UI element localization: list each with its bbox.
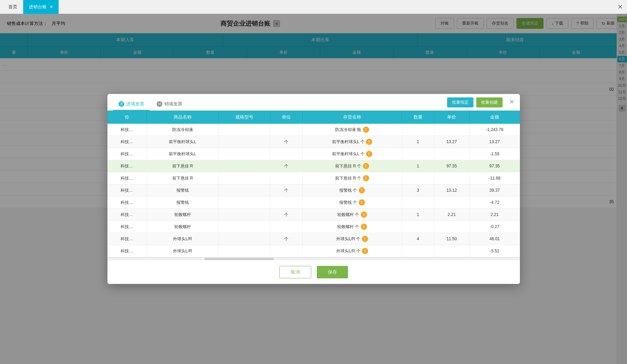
cell-amount: -11.68 <box>469 172 520 184</box>
modal-close-icon[interactable]: ✕ <box>509 98 514 106</box>
modal-scrollbar-thumb <box>204 258 274 260</box>
in-invoice-icon: 进 <box>119 101 124 107</box>
cell-unit <box>270 124 302 136</box>
batch-create-button[interactable]: 批量创建 <box>476 97 503 107</box>
cell-qty <box>402 148 434 160</box>
cell-amount: 46.01 <box>469 233 520 245</box>
cell-unit: 个 <box>270 184 302 197</box>
tab-ledger-close[interactable]: ✕ <box>50 5 53 9</box>
cell-qty <box>402 197 434 209</box>
table-row: 科技… 轮毂螺杆 轮毂螺杆 个! -0.27 <box>107 221 520 233</box>
cell-price: 2.21 <box>434 209 469 221</box>
tab-home[interactable]: 首页 <box>3 0 23 14</box>
cell-product: 轮毂螺杆 <box>147 221 218 233</box>
batch-assign-button[interactable]: 批量指定 <box>447 97 473 107</box>
cell-unit <box>270 197 302 209</box>
cell-supplier: 科技… <box>107 245 147 257</box>
table-row: 科技… 报警线 个 报警线 个! 3 13.12 39.37 <box>107 184 520 197</box>
col-header-unit: 单位 <box>270 111 302 124</box>
cell-price <box>434 221 469 233</box>
cell-spec <box>218 124 270 136</box>
warning-icon: ! <box>363 175 369 181</box>
main-content: 销售成本计算方法： 月平均 商贸企业进销台账 ≡ 对账 重新开账 存货别名 生成… <box>0 14 627 364</box>
modal-table: 你 商品名称 规格型号 单位 存货名称 数量 单价 金额 科技… 防冻冷却液 <box>107 111 520 257</box>
table-row: 科技… 前平衡杆球头L 个 前平衡杆球头L 个! 1 13.27 13.27 <box>107 136 520 148</box>
cell-qty: 1 <box>402 160 434 172</box>
save-button[interactable]: 保存 <box>317 266 348 278</box>
cell-stock: 外球头L/R 个! <box>302 233 402 245</box>
warning-icon: ! <box>363 163 369 169</box>
modal-batch-actions: 批量指定 批量创建 <box>447 97 503 107</box>
cell-price <box>434 124 469 136</box>
cell-stock: 前平衡杆球头L 个! <box>302 136 402 148</box>
modal-header: 进 进项发票 销 销项发票 批量指定 批量创建 ✕ <box>107 94 520 111</box>
modal-table-wrap[interactable]: 你 商品名称 规格型号 单位 存货名称 数量 单价 金额 科技… 防冻冷却液 <box>107 111 520 257</box>
cell-spec <box>218 184 270 197</box>
cancel-button[interactable]: 取消 <box>279 266 311 278</box>
cell-supplier: 科技… <box>107 197 147 209</box>
table-row: 科技… 前下悬挂 R 前下悬挂 R 个! -11.68 <box>107 172 520 184</box>
cell-price: 97.35 <box>434 160 469 172</box>
cell-unit: 个 <box>270 209 302 221</box>
modal-overlay: 进 进项发票 销 销项发票 批量指定 批量创建 ✕ <box>0 14 627 364</box>
cell-supplier: 科技… <box>107 172 147 184</box>
cell-product: 前下悬挂 R <box>147 160 218 172</box>
cell-qty <box>402 245 434 257</box>
modal-scrollbar[interactable] <box>107 257 520 260</box>
cell-supplier: 科技… <box>107 160 147 172</box>
cell-stock: 报警线 个! <box>302 197 402 209</box>
cell-amount: -1.59 <box>469 148 520 160</box>
modal-tab-out[interactable]: 销 销项发票 <box>151 98 188 111</box>
cell-stock: 前平衡杆球头L 个! <box>302 148 402 160</box>
cell-unit <box>270 148 302 160</box>
cell-spec <box>218 209 270 221</box>
cell-qty: 3 <box>402 184 434 197</box>
window-close-icon[interactable]: ✕ <box>618 3 623 11</box>
cell-supplier: 科技… <box>107 221 147 233</box>
cell-price <box>434 148 469 160</box>
warning-icon: ! <box>359 199 365 206</box>
cell-product: 防冻冷却液 <box>147 124 218 136</box>
cell-product: 前平衡杆球头L <box>147 136 218 148</box>
modal-tab-in[interactable]: 进 进项发票 <box>113 98 150 111</box>
cell-price: 11.50 <box>434 233 469 245</box>
cell-price: 13.27 <box>434 136 469 148</box>
table-row: 科技… 轮毂螺杆 个 轮毂螺杆 个! 1 2.21 2.21 <box>107 209 520 221</box>
col-header-price: 单价 <box>434 111 469 124</box>
tab-ledger[interactable]: 进销台账 ✕ <box>23 0 59 14</box>
cell-stock: 轮毂螺杆 个! <box>302 221 402 233</box>
cell-spec <box>218 221 270 233</box>
table-row: 科技… 前下悬挂 R 个 前下悬挂 R 个! 1 97.35 97.35 <box>107 160 520 172</box>
modal-footer: 取消 保存 <box>107 260 520 284</box>
table-row: 科技… 外球头L/R 个 外球头L/R 个! 4 11.50 46.01 <box>107 233 520 245</box>
table-row: 科技… 外球头L/R 外球头L/R 个! -5.52 <box>107 245 520 257</box>
cell-amount: -5.52 <box>469 245 520 257</box>
warning-icon: ! <box>362 248 368 254</box>
out-invoice-icon: 销 <box>157 101 162 107</box>
cell-product: 前下悬挂 R <box>147 172 218 184</box>
cell-price <box>434 172 469 184</box>
col-header-amount: 金额 <box>469 111 520 124</box>
table-row: 科技… 前平衡杆球头L 前平衡杆球头L 个! -1.59 <box>107 148 520 160</box>
cell-qty: 4 <box>402 233 434 245</box>
cell-supplier: 科技… <box>107 124 147 136</box>
cell-supplier: 科技… <box>107 184 147 197</box>
cell-price <box>434 197 469 209</box>
cell-amount: 2.21 <box>469 209 520 221</box>
cell-spec <box>218 136 270 148</box>
cell-spec <box>218 245 270 257</box>
cell-product: 前平衡杆球头L <box>147 148 218 160</box>
warning-icon: ! <box>363 127 369 133</box>
cell-amount: 97.35 <box>469 160 520 172</box>
warning-icon: ! <box>366 139 372 145</box>
cell-unit <box>270 172 302 184</box>
cell-product: 报警线 <box>147 184 218 197</box>
cell-stock: 轮毂螺杆 个! <box>302 209 402 221</box>
cell-spec <box>218 172 270 184</box>
cell-stock: 报警线 个! <box>302 184 402 197</box>
cell-amount: 13.27 <box>469 136 520 148</box>
cell-product: 外球头L/R <box>147 233 218 245</box>
cell-spec <box>218 160 270 172</box>
col-header-spec: 规格型号 <box>218 111 270 124</box>
warning-icon: ! <box>361 224 367 230</box>
